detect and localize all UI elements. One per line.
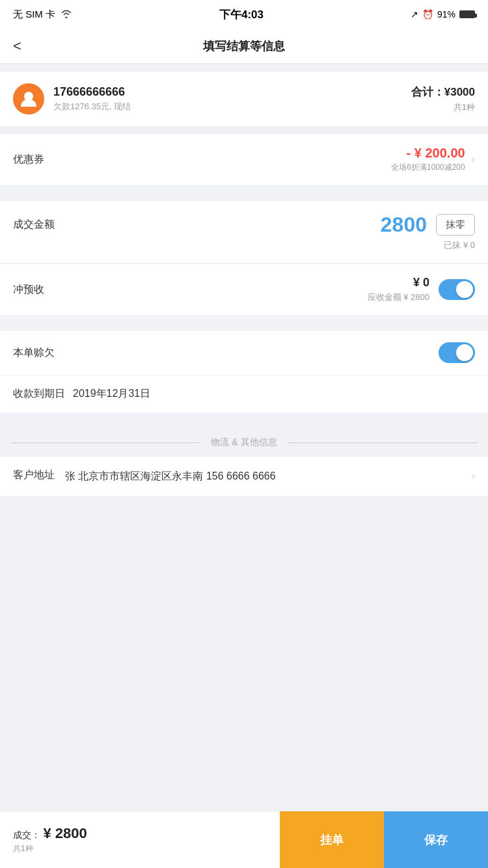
footer: 成交： ¥ 2800 共1种 挂单 保存 <box>0 811 488 868</box>
status-time: 下午4:03 <box>219 7 264 22</box>
total-amount: 合计：¥3000 <box>411 85 475 100</box>
amount-label: 成交金额 <box>13 218 55 232</box>
save-button[interactable]: 保存 <box>384 811 488 868</box>
amount-section: 成交金额 2800 抹零 已抹 ¥ 0 <box>0 201 488 263</box>
footer-amount-line: 成交： ¥ 2800 <box>13 825 267 842</box>
footer-amount-value: ¥ 2800 <box>43 825 87 841</box>
status-right: ↗ ⏰ 91% <box>411 9 475 20</box>
debt-label: 本单赊欠 <box>13 346 55 360</box>
location-icon: ↗ <box>411 9 418 20</box>
divider-2 <box>0 185 488 193</box>
prepay-label: 冲预收 <box>13 283 44 297</box>
back-button[interactable]: < <box>13 38 21 55</box>
hold-button[interactable]: 挂单 <box>280 811 384 868</box>
amount-value: 2800 <box>381 213 427 237</box>
amount-right: 2800 抹零 <box>381 213 475 237</box>
footer-count: 共1种 <box>13 843 267 854</box>
coupon-value-block: - ¥ 200.00 全场6折满1000减200 <box>391 146 465 173</box>
divider-1 <box>0 126 488 134</box>
no-sim-text: 无 SIM 卡 <box>13 8 55 21</box>
prepay-toggle[interactable] <box>439 279 475 300</box>
customer-info: 17666666666 欠款1276.35元, 现结 <box>53 85 131 113</box>
prepay-row: 冲预收 ¥ 0 应收金额 ¥ 2800 <box>13 276 475 303</box>
address-label: 客户地址 <box>13 468 55 482</box>
footer-info: 成交： ¥ 2800 共1种 <box>0 825 280 854</box>
debt-section: 本单赊欠 <box>0 331 488 375</box>
customer-debt: 欠款1276.35元, 现结 <box>53 101 131 113</box>
due-value: 2019年12月31日 <box>73 387 150 401</box>
battery-icon <box>459 10 475 18</box>
bottom-space <box>0 626 488 685</box>
divider-5 <box>0 496 488 626</box>
logistics-text: 物流 & 其他信息 <box>211 437 277 448</box>
battery-text: 91% <box>437 9 455 20</box>
due-date-section: 收款到期日 2019年12月31日 <box>0 375 488 413</box>
debt-toggle[interactable] <box>439 342 475 363</box>
customer-phone: 17666666666 <box>53 85 131 99</box>
coupon-value: - ¥ 200.00 <box>391 146 465 161</box>
footer-amount-label: 成交： <box>13 830 40 840</box>
customer-left: 17666666666 欠款1276.35元, 现结 <box>13 83 131 115</box>
prepay-value: ¥ 0 <box>368 276 429 290</box>
status-left: 无 SIM 卡 <box>13 8 72 21</box>
prepay-section: 冲预收 ¥ 0 应收金额 ¥ 2800 <box>0 264 488 315</box>
divider-3 <box>0 315 488 323</box>
address-section[interactable]: 客户地址 张 北京市市辖区海淀区永丰南 156 6666 6666 › <box>0 457 488 496</box>
address-chevron-icon: › <box>472 470 475 482</box>
customer-total: 合计：¥3000 共1种 <box>411 85 475 113</box>
round-button[interactable]: 抹零 <box>436 214 475 236</box>
coupon-row[interactable]: 优惠券 - ¥ 200.00 全场6折满1000减200 › <box>0 134 488 185</box>
address-value: 张 北京市市辖区海淀区永丰南 156 6666 6666 <box>65 468 461 484</box>
prepay-value-block: ¥ 0 应收金额 ¥ 2800 <box>368 276 429 303</box>
logistics-divider: 物流 & 其他信息 <box>0 428 488 457</box>
customer-card: 17666666666 欠款1276.35元, 现结 合计：¥3000 共1种 <box>0 72 488 126</box>
alarm-icon: ⏰ <box>422 9 433 20</box>
divider-4 <box>0 413 488 420</box>
coupon-desc: 全场6折满1000减200 <box>391 162 465 173</box>
amount-row: 成交金额 2800 抹零 <box>13 213 475 237</box>
page-title: 填写结算等信息 <box>203 38 285 54</box>
coupon-right: - ¥ 200.00 全场6折满1000减200 › <box>391 146 475 173</box>
avatar <box>13 83 44 115</box>
prepay-sub: 应收金额 ¥ 2800 <box>368 292 429 303</box>
total-count: 共1种 <box>411 102 475 113</box>
coupon-label: 优惠券 <box>13 153 44 167</box>
amount-sub: 已抹 ¥ 0 <box>13 239 475 251</box>
prepay-right: ¥ 0 应收金额 ¥ 2800 <box>368 276 475 303</box>
wifi-icon <box>61 9 72 20</box>
due-label: 收款到期日 <box>13 387 65 401</box>
nav-bar: < 填写结算等信息 <box>0 29 488 64</box>
chevron-right-icon: › <box>472 154 475 165</box>
status-bar: 无 SIM 卡 下午4:03 ↗ ⏰ 91% <box>0 0 488 29</box>
